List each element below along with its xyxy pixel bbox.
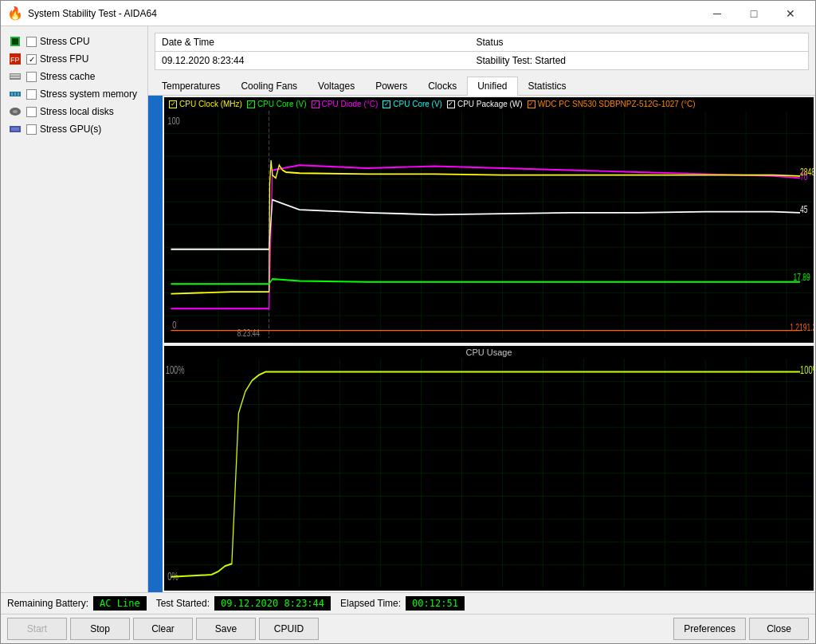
- window-title: System Stability Test - AIDA64: [28, 8, 157, 19]
- bottom-bar: Start Stop Clear Save CPUID Preferences …: [1, 614, 815, 643]
- clear-button[interactable]: Clear: [133, 618, 193, 640]
- legend-cpu-core-v2-label: CPU Core (V): [393, 100, 442, 108]
- main-window: 🔥 System Stability Test - AIDA64 ─ □ ✕ S…: [0, 0, 816, 644]
- stress-gpu-item[interactable]: Stress GPU(s): [4, 120, 144, 138]
- stress-cache-icon: [7, 70, 23, 83]
- tab-statistics[interactable]: Statistics: [518, 77, 577, 96]
- svg-text:100%: 100%: [800, 363, 814, 376]
- elapsed-value: 00:12:51: [406, 596, 465, 611]
- chart1-container: ✓ CPU Clock (MHz) ✓ CPU Core (V) ✓ CPU D…: [164, 97, 814, 343]
- stress-gpu-checkbox[interactable]: [26, 124, 37, 135]
- stress-local-item[interactable]: Stress local disks: [4, 103, 144, 120]
- svg-rect-9: [14, 92, 16, 96]
- stress-memory-label: Stress system memory: [40, 88, 137, 100]
- tab-voltages[interactable]: Voltages: [308, 77, 365, 96]
- legend-cpu-diode-label: CPU Diode (°C): [322, 100, 379, 108]
- save-button[interactable]: Save: [196, 618, 256, 640]
- legend-cpu-clock-label: CPU Clock (MHz): [179, 100, 242, 108]
- chart1-legend: ✓ CPU Clock (MHz) ✓ CPU Core (V) ✓ CPU D…: [164, 97, 814, 111]
- legend-wdc-label: WDC PC SN530 SDBPNPZ-512G-1027 (°C): [538, 100, 696, 108]
- tabs-row: Temperatures Cooling Fans Voltages Power…: [148, 77, 815, 96]
- charts-area: ✓ CPU Clock (MHz) ✓ CPU Core (V) ✓ CPU D…: [163, 96, 815, 592]
- stress-cache-item[interactable]: Stress cache: [4, 68, 144, 85]
- app-icon: 🔥: [7, 6, 23, 21]
- status-row: 09.12.2020 8:23:44 Stability Test: Start…: [155, 52, 808, 70]
- svg-text:100: 100: [167, 115, 180, 127]
- stress-fpu-checkbox[interactable]: [26, 54, 37, 65]
- cpuid-button[interactable]: CPUID: [259, 618, 319, 640]
- elapsed-label: Elapsed Time:: [340, 598, 401, 609]
- stress-local-checkbox[interactable]: [26, 107, 37, 117]
- legend-cpu-core-v2: ✓ CPU Core (V): [382, 100, 442, 108]
- stress-cpu-label: Stress CPU: [40, 36, 90, 47]
- maximize-button[interactable]: □: [736, 1, 772, 26]
- chart1-svg: 100 0 8:23:44: [164, 111, 814, 339]
- right-panel: Date & Time Status 09.12.2020 8:23:44 St…: [148, 26, 815, 592]
- legend-cpu-package: ✓ CPU Package (W): [447, 100, 523, 108]
- stress-fpu-item[interactable]: FP Stress FPU: [4, 50, 144, 68]
- stress-memory-item[interactable]: Stress system memory: [4, 85, 144, 103]
- stress-cpu-checkbox[interactable]: [26, 37, 37, 47]
- stress-gpu-icon: [7, 123, 23, 135]
- status-table: Date & Time Status 09.12.2020 8:23:44 St…: [155, 33, 809, 70]
- battery-label: Remaining Battery:: [7, 598, 88, 609]
- elapsed-item: Elapsed Time: 00:12:51: [340, 596, 465, 611]
- test-started-value: 09.12.2020 8:23:44: [214, 596, 331, 611]
- svg-text:0: 0: [172, 318, 177, 330]
- tab-powers[interactable]: Powers: [365, 77, 418, 96]
- legend-wdc: ✓ WDC PC SN530 SDBPNPZ-512G-1027 (°C): [528, 100, 696, 108]
- tab-cooling-fans[interactable]: Cooling Fans: [230, 77, 308, 96]
- legend-cpu-clock: ✓ CPU Clock (MHz): [169, 100, 242, 108]
- tab-temperatures[interactable]: Temperatures: [151, 77, 230, 96]
- svg-rect-6: [10, 77, 20, 78]
- stress-cpu-icon: [7, 35, 23, 48]
- test-started-item: Test Started: 09.12.2020 8:23:44: [156, 596, 331, 611]
- svg-text:FP: FP: [10, 56, 20, 64]
- test-started-label: Test Started:: [156, 598, 210, 609]
- status-bar: Remaining Battery: AC Line Test Started:…: [1, 592, 815, 614]
- close-window-button[interactable]: ✕: [772, 1, 809, 26]
- left-panel: Stress CPU FP Stress FPU Stress cache: [1, 26, 148, 592]
- stress-fpu-label: Stress FPU: [40, 53, 88, 65]
- svg-text:2848: 2848: [800, 166, 814, 177]
- svg-text:100%: 100%: [166, 363, 185, 376]
- title-bar: 🔥 System Stability Test - AIDA64 ─ □ ✕: [1, 1, 815, 26]
- svg-point-12: [13, 110, 18, 113]
- stress-fpu-icon: FP: [7, 53, 23, 65]
- stress-local-label: Stress local disks: [40, 106, 114, 117]
- window-controls: ─ □ ✕: [699, 1, 809, 26]
- tab-clocks[interactable]: Clocks: [418, 77, 467, 96]
- stress-cache-label: Stress cache: [40, 71, 95, 82]
- legend-cpu-diode: ✓ CPU Diode (°C): [312, 100, 379, 108]
- stress-memory-checkbox[interactable]: [26, 89, 37, 100]
- svg-rect-8: [11, 92, 13, 96]
- stress-cpu-item[interactable]: Stress CPU: [4, 33, 144, 50]
- preferences-button[interactable]: Preferences: [673, 618, 746, 640]
- battery-item: Remaining Battery: AC Line: [7, 596, 147, 611]
- stop-button[interactable]: Stop: [70, 618, 130, 640]
- stress-gpu-label: Stress GPU(s): [40, 124, 101, 135]
- col-status: Status: [470, 33, 808, 52]
- stress-cache-checkbox[interactable]: [26, 72, 37, 82]
- svg-text:1.2191.21: 1.2191.21: [790, 321, 814, 332]
- svg-rect-14: [11, 128, 19, 131]
- col-datetime: Date & Time: [155, 33, 470, 52]
- chart2-svg: 100% 0% 100%: [164, 359, 814, 588]
- start-button[interactable]: Start: [7, 618, 67, 640]
- svg-rect-5: [10, 74, 20, 76]
- minimize-button[interactable]: ─: [699, 1, 736, 26]
- content-area: Stress CPU FP Stress FPU Stress cache: [1, 26, 815, 592]
- charts-wrapper: ✓ CPU Clock (MHz) ✓ CPU Core (V) ✓ CPU D…: [148, 96, 815, 592]
- stress-memory-icon: [7, 88, 23, 100]
- svg-text:45: 45: [800, 203, 808, 214]
- status-text: Stability Test: Started: [470, 52, 808, 70]
- side-indicator: [148, 96, 163, 592]
- chart2-container: CPU Usage: [164, 346, 814, 591]
- stress-local-icon: [7, 105, 23, 118]
- tab-unified[interactable]: Unified: [467, 77, 517, 96]
- close-button[interactable]: Close: [749, 618, 809, 640]
- legend-cpu-core-v-label: CPU Core (V): [257, 100, 307, 108]
- svg-text:8:23:44: 8:23:44: [237, 327, 260, 338]
- chart2-title: CPU Usage: [164, 346, 814, 359]
- status-datetime: 09.12.2020 8:23:44: [155, 52, 470, 70]
